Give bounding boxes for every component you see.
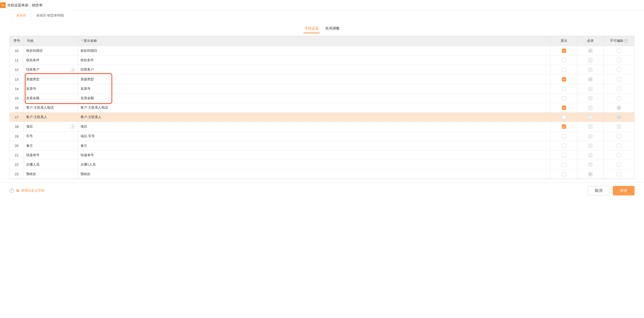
row-display-name[interactable]: 快递单号: [78, 151, 551, 160]
col-header-req: 必录: [577, 36, 604, 46]
checkbox-noedit[interactable]: [617, 144, 621, 148]
checkbox-show[interactable]: [562, 115, 566, 119]
row-display-name[interactable]: 项目: [78, 122, 551, 131]
checkbox-show[interactable]: [562, 144, 566, 148]
checkbox-show[interactable]: [562, 49, 566, 53]
table-body: 10收款到期日收款到期日11收款条件收款条件12结算客户+结算客户13票据类型票…: [10, 46, 634, 179]
row-name: 票据类型: [26, 77, 40, 82]
row-seq: 20: [10, 142, 24, 150]
manage-custom-fields-link[interactable]: 管理自定义字段: [21, 188, 44, 193]
row-display-name[interactable]: 客户.主联系人: [78, 113, 551, 122]
checkbox-show[interactable]: [562, 172, 566, 176]
row-req-cell: [577, 65, 604, 74]
row-show-cell: [551, 65, 577, 74]
row-name-cell: 收款到期日: [24, 46, 78, 55]
checkbox-show[interactable]: [562, 153, 566, 157]
add-icon[interactable]: +: [70, 67, 75, 72]
row-display-name[interactable]: 发票金额: [78, 94, 551, 103]
col-header-show: 显示: [551, 36, 577, 46]
row-name-cell: 客户.主联系人电话: [24, 103, 78, 112]
gear-icon: [16, 189, 19, 192]
outer-tab-1[interactable]: 表体区-销货单明细: [31, 10, 69, 20]
checkbox-noedit[interactable]: [617, 162, 621, 167]
table-row: 15发票金额发票金额: [10, 94, 634, 103]
checkbox-noedit[interactable]: [617, 49, 621, 53]
checkbox-show[interactable]: [562, 106, 566, 110]
row-display-name[interactable]: 票据类型: [78, 75, 551, 84]
row-name: 收款条件: [26, 58, 40, 62]
row-seq: 10: [10, 46, 24, 55]
page-title: 当前设置单据：销货单: [7, 3, 42, 8]
checkbox-show[interactable]: [562, 87, 566, 91]
checkbox-noedit[interactable]: [617, 87, 621, 91]
checkbox-show[interactable]: [562, 96, 566, 100]
checkbox-noedit[interactable]: [617, 172, 621, 176]
row-seq: 16: [10, 104, 24, 112]
checkbox-show[interactable]: [562, 68, 566, 72]
row-display-name[interactable]: 项目.车号: [78, 132, 551, 141]
row-req-cell: [577, 113, 604, 122]
checkbox-required: [588, 144, 592, 148]
row-name: 结算客户: [26, 68, 40, 72]
checkbox-required: [588, 134, 592, 138]
cancel-button[interactable]: 取消: [588, 186, 610, 196]
question-icon[interactable]: ?: [10, 188, 14, 193]
checkbox-noedit[interactable]: [617, 134, 621, 138]
row-noedit-cell: [604, 65, 634, 74]
row-display-name[interactable]: 收款条件: [78, 56, 551, 65]
row-display-name[interactable]: 备注: [78, 141, 551, 150]
checkbox-noedit[interactable]: [617, 77, 621, 82]
row-noedit-cell: [604, 75, 634, 84]
row-name: 项目: [26, 124, 33, 129]
row-show-cell: [551, 132, 577, 141]
row-seq: 12: [10, 66, 24, 74]
row-display-name[interactable]: 预收款: [78, 170, 551, 178]
table-row: 16客户.主联系人电话客户.主联系人电话: [10, 103, 634, 112]
row-show-cell: [551, 170, 577, 178]
checkbox-show[interactable]: [562, 77, 566, 82]
outer-tab-0[interactable]: 表头区: [11, 10, 31, 21]
help-icon[interactable]: ?: [624, 39, 628, 43]
save-button[interactable]: 保存: [613, 186, 634, 196]
row-name: 快递单号: [26, 153, 40, 157]
checkbox-noedit[interactable]: [617, 96, 621, 100]
checkbox-required: [588, 49, 592, 53]
row-display-name[interactable]: 步骤1人员: [78, 160, 551, 169]
checkbox-noedit[interactable]: [617, 68, 621, 72]
row-seq: 15: [10, 94, 24, 102]
checkbox-noedit[interactable]: [617, 153, 621, 157]
table-row: 10收款到期日收款到期日: [10, 46, 634, 56]
add-icon[interactable]: +: [70, 124, 75, 129]
row-name-cell: 客户.主联系人: [24, 113, 78, 122]
row-name: 发票金额: [26, 96, 40, 100]
row-noedit-cell: [604, 141, 634, 150]
sub-tab-1[interactable]: 布局调整: [324, 24, 340, 33]
row-req-cell: [577, 170, 604, 178]
checkbox-noedit: [617, 115, 621, 119]
row-seq: 11: [10, 56, 24, 64]
checkbox-show[interactable]: [562, 124, 566, 129]
row-seq: 21: [10, 151, 24, 160]
row-show-cell: [551, 75, 577, 84]
checkbox-show[interactable]: [562, 134, 566, 138]
collapse-toggle[interactable]: [0, 2, 6, 8]
row-req-cell: [577, 75, 604, 84]
row-display-name[interactable]: 发票号: [78, 84, 551, 93]
row-display-name[interactable]: 客户.主联系人电话: [78, 103, 551, 112]
checkbox-required: [588, 162, 592, 167]
row-seq: 18: [10, 122, 24, 131]
checkbox-show[interactable]: [562, 162, 566, 167]
checkbox-show[interactable]: [562, 58, 566, 62]
row-display-name[interactable]: 结算客户: [78, 65, 551, 74]
row-display-name[interactable]: 收款到期日: [78, 46, 551, 55]
row-name-cell: 快递单号: [24, 151, 78, 160]
sub-tabs: 字段设置布局调整: [0, 20, 644, 33]
checkbox-noedit[interactable]: [617, 58, 621, 62]
row-noedit-cell: [604, 113, 634, 122]
checkbox-noedit: [617, 106, 621, 110]
sub-tab-0[interactable]: 字段设置: [304, 24, 320, 33]
row-show-cell: [551, 141, 577, 150]
row-req-cell: [577, 132, 604, 141]
row-show-cell: [551, 84, 577, 93]
checkbox-required: [588, 96, 592, 100]
